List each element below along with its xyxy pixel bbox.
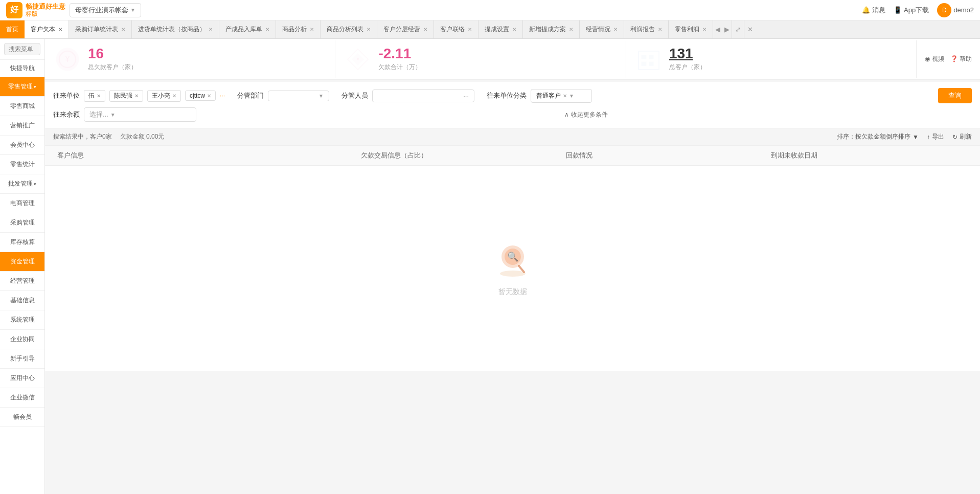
stat-all-customers-text: 131 总客户（家） xyxy=(669,47,706,72)
tag-close-icon[interactable]: ✕ xyxy=(207,93,211,99)
sidebar-item-system[interactable]: 系统管理 xyxy=(0,310,44,330)
stat-all-customers: 131 总客户（家） xyxy=(626,40,917,78)
chevron-icon: ▾ xyxy=(34,84,36,89)
tab-close-icon[interactable]: ✕ xyxy=(512,27,516,32)
category-tag[interactable]: 普通客户 ✕ xyxy=(536,92,567,100)
tab-close-icon[interactable]: ✕ xyxy=(310,27,314,32)
tab-product-analysis-list[interactable]: 商品分析列表 ✕ xyxy=(321,20,377,38)
sidebar-item-ecommerce[interactable]: 电商管理 xyxy=(0,194,44,213)
sidebar-item-inventory[interactable]: 库存核算 xyxy=(0,233,44,252)
sidebar-item-basic-info[interactable]: 基础信息 xyxy=(0,291,44,310)
empty-icon: 🔍 xyxy=(492,240,533,281)
tab-close-icon[interactable]: ✕ xyxy=(702,27,706,32)
top-bar-right: 🔔 消息 📱 App下载 D demo2 xyxy=(862,3,974,17)
dept-filter-label: 分管部门 xyxy=(237,91,264,100)
filter-row-2: 往来余额 选择... ▼ ∧ 收起更多条件 xyxy=(53,107,972,122)
filter-tag-cjttcw[interactable]: cjttcw ✕ xyxy=(185,91,216,101)
export-button[interactable]: ↑ 导出 xyxy=(927,132,944,141)
svg-rect-7 xyxy=(641,55,646,59)
dept-filter-select[interactable]: ▼ xyxy=(268,91,329,101)
nav-right-arrow[interactable]: ▶ xyxy=(722,20,732,38)
sidebar-quick-nav[interactable]: 快捷导航 xyxy=(0,60,44,77)
sidebar-item-enterprise-wechat[interactable]: 企业微信 xyxy=(0,388,44,408)
sidebar-item-wholesale[interactable]: 批发管理 ▾ xyxy=(0,174,44,194)
tag-close-icon[interactable]: ✕ xyxy=(172,93,176,99)
sidebar-item-operations[interactable]: 经营管理 xyxy=(0,272,44,291)
tab-product-analysis[interactable]: 商品分析 ✕ xyxy=(276,20,321,38)
app-download-button[interactable]: 📱 App下载 xyxy=(894,6,929,15)
help-btn[interactable]: ❓ 帮助 xyxy=(950,55,972,63)
stat-debt-total: ✦ -2.11 欠款合计（万） xyxy=(335,40,626,78)
person-filter-select[interactable]: ··· xyxy=(372,89,474,102)
sidebar-item-collaboration[interactable]: 企业协同 xyxy=(0,330,44,349)
tab-add-commission[interactable]: 新增提成方案 ✕ xyxy=(523,20,580,38)
logo-text: 畅捷通好生意 标版 xyxy=(26,3,65,18)
data-table: 客户信息 欠款交易信息（占比） 回款情况 到期未收款日期 🔍 暂无数据 xyxy=(45,146,980,371)
video-help-btn[interactable]: ◉ 视频 xyxy=(925,55,944,63)
sidebar-item-retail-mall[interactable]: 零售商城 xyxy=(0,97,44,116)
result-bar: 搜索结果中，客户0家 欠款金额 0.00元 排序：按欠款金额倒序排序 ▼ ↑ 导… xyxy=(45,128,980,146)
sidebar-item-marketing[interactable]: 营销推广 xyxy=(0,116,44,136)
filter-tag-company[interactable]: 伍 ✕ xyxy=(84,90,105,102)
tab-product-stock[interactable]: 产成品入库单 ✕ xyxy=(219,20,276,38)
refresh-button[interactable]: ↻ 刷新 xyxy=(952,132,972,141)
content-area: ¥ 16 总欠款客户（家） ✦ -2.11 欠款合计（万） xyxy=(45,39,980,494)
filter-more-btn[interactable]: ··· xyxy=(220,92,225,99)
sidebar-item-retail-stats[interactable]: 零售统计 xyxy=(0,155,44,174)
tag-close-icon[interactable]: ✕ xyxy=(563,93,567,99)
nav-close-all-button[interactable]: ✕ xyxy=(744,20,756,38)
collapse-filter-btn[interactable]: ∧ 收起更多条件 xyxy=(560,108,612,121)
svg-rect-10 xyxy=(649,61,654,65)
search-input[interactable] xyxy=(4,43,40,55)
tab-stock-stats[interactable]: 进货单统计表（按商品） ✕ xyxy=(132,20,219,38)
tab-operations[interactable]: 经营情况 ✕ xyxy=(580,20,624,38)
svg-rect-8 xyxy=(649,55,654,59)
category-filter-select[interactable]: 普通客户 ✕ ▼ xyxy=(531,89,592,103)
company-filter-label: 往来单位 xyxy=(53,91,80,100)
sidebar-item-tutorial[interactable]: 新手引导 xyxy=(0,349,44,369)
balance-filter-select[interactable]: 选择... ▼ xyxy=(84,107,196,122)
nav-left-arrow[interactable]: ◀ xyxy=(713,20,722,38)
query-button[interactable]: 查询 xyxy=(938,88,972,103)
store-selector[interactable]: 母婴行业演示帐套 ▼ xyxy=(70,3,141,17)
tab-close-icon[interactable]: ✕ xyxy=(423,27,427,32)
tab-customer-debt[interactable]: 客户欠本 ✕ xyxy=(25,20,69,39)
tab-customer-contact[interactable]: 客户联络 ✕ xyxy=(434,20,478,38)
tab-close-icon[interactable]: ✕ xyxy=(658,27,662,32)
chevron-down-icon: ▼ xyxy=(913,133,919,141)
sort-button[interactable]: 排序：按欠款金额倒序排序 ▼ xyxy=(837,132,919,141)
tab-home[interactable]: 首页 xyxy=(0,20,25,38)
tab-close-icon[interactable]: ✕ xyxy=(468,27,472,32)
tag-close-icon[interactable]: ✕ xyxy=(97,93,101,99)
main-layout: 快捷导航 零售管理 ▾ 零售商城 营销推广 会员中心 零售统计 批发管理 ▾ 电… xyxy=(0,39,980,494)
messages-button[interactable]: 🔔 消息 xyxy=(862,6,885,15)
tab-close-icon[interactable]: ✕ xyxy=(58,27,62,32)
nav-expand-button[interactable]: ⤢ xyxy=(732,20,744,38)
tab-close-icon[interactable]: ✕ xyxy=(367,27,371,32)
user-profile[interactable]: D demo2 xyxy=(937,3,974,17)
tab-commission-settings[interactable]: 提成设置 ✕ xyxy=(478,20,523,38)
tab-close-icon[interactable]: ✕ xyxy=(265,27,269,32)
filter-tag-wangxiaoliang[interactable]: 王小亮 ✕ xyxy=(147,90,181,102)
sidebar-item-purchase[interactable]: 采购管理 xyxy=(0,213,44,233)
tab-customer-tier[interactable]: 客户分层经营 ✕ xyxy=(377,20,434,38)
empty-state: 🔍 暂无数据 xyxy=(492,240,533,297)
sidebar-item-member-pro[interactable]: 畅会员 xyxy=(0,408,44,427)
tab-close-icon[interactable]: ✕ xyxy=(209,27,213,32)
person-filter-label: 分管人员 xyxy=(341,91,368,100)
tab-purchase-order[interactable]: 采购订单统计表 ✕ xyxy=(69,20,132,38)
tab-close-icon[interactable]: ✕ xyxy=(569,27,573,32)
sidebar-item-retail-management[interactable]: 零售管理 ▾ xyxy=(0,77,44,97)
chevron-down-icon: ▼ xyxy=(569,93,574,99)
chevron-icon: ▾ xyxy=(34,182,36,187)
sidebar-item-member-center[interactable]: 会员中心 xyxy=(0,136,44,155)
tab-close-icon[interactable]: ✕ xyxy=(613,27,618,32)
logo-area[interactable]: 好 畅捷通好生意 标版 xyxy=(6,2,65,18)
sidebar-item-finance[interactable]: 资金管理 xyxy=(0,252,44,272)
tab-retail-profit[interactable]: 零售利润 ✕ xyxy=(669,20,713,38)
filter-tag-chenminqiang[interactable]: 陈民强 ✕ xyxy=(109,90,143,102)
tag-close-icon[interactable]: ✕ xyxy=(134,93,139,99)
tab-close-icon[interactable]: ✕ xyxy=(121,27,125,32)
tab-profit-report[interactable]: 利润报告 ✕ xyxy=(624,20,669,38)
sidebar-item-app-center[interactable]: 应用中心 xyxy=(0,369,44,388)
